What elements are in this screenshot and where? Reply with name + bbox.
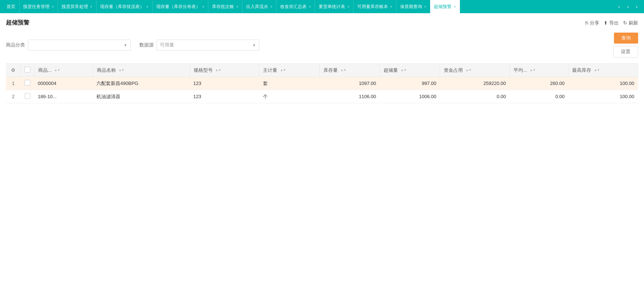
- row-checkbox[interactable]: [25, 93, 30, 99]
- cell-product-name: 六配套新昌490BPG: [93, 77, 190, 90]
- select-all-checkbox[interactable]: [25, 67, 30, 73]
- nav-tab-8-close[interactable]: ×: [347, 5, 350, 9]
- nav-tab-9-close[interactable]: ×: [390, 5, 392, 9]
- col-header-stock[interactable]: 库存量 ▲▼: [319, 64, 380, 77]
- sort-arrows-spec[interactable]: ▲▼: [215, 69, 221, 72]
- col-header-unit[interactable]: 主计量 ▲▼: [259, 64, 319, 77]
- category-chevron-icon: ▼: [124, 43, 127, 47]
- nav-tab-8[interactable]: 要货单统计表 ×: [315, 0, 354, 13]
- col-header-max-stock[interactable]: 最高库存 ▲▼: [568, 64, 638, 77]
- nav-next-button[interactable]: ›: [623, 0, 632, 13]
- nav-tab-6-close[interactable]: ×: [270, 5, 272, 9]
- col-header-settings[interactable]: ⚙: [6, 64, 21, 77]
- nav-tab-5[interactable]: 库存批次账 ×: [208, 0, 242, 13]
- nav-tab-11-label: 超储预警: [434, 4, 451, 10]
- nav-tab-10-close[interactable]: ×: [424, 5, 427, 9]
- nav-tab-1-close[interactable]: ×: [52, 5, 54, 9]
- category-select[interactable]: ▼: [28, 40, 131, 51]
- col-header-product-code-label: 商品...: [38, 67, 52, 73]
- sort-arrows-product-name[interactable]: ▲▼: [118, 69, 124, 72]
- page-header: 超储预警 ⎘ 分享 ⬆ 导出 ↻ 刷新: [6, 19, 638, 27]
- nav-tab-4-close[interactable]: ×: [202, 5, 205, 9]
- sort-arrows-avg[interactable]: ▲▼: [530, 69, 536, 72]
- col-header-capital[interactable]: 资金占用 ▲▼: [440, 64, 510, 77]
- row-checkbox-cell[interactable]: [21, 90, 34, 103]
- sort-arrows-max-stock[interactable]: ▲▼: [594, 69, 600, 72]
- nav-tab-home[interactable]: 首页: [3, 0, 19, 13]
- nav-tab-3-label: 现存量（库存状况表）: [100, 4, 144, 10]
- cell-stock: 1097.00: [319, 77, 380, 90]
- share-icon: ⎘: [585, 20, 588, 26]
- cell-product-code: 186-10...: [34, 90, 93, 103]
- datasource-select-value: 可用量: [160, 42, 174, 48]
- cell-max-stock: 100.00: [568, 90, 638, 103]
- sort-arrows-stock[interactable]: ▲▼: [340, 69, 346, 72]
- cell-avg: 0.00: [510, 90, 568, 103]
- nav-tab-1[interactable]: 拣货任务管理 ×: [19, 0, 58, 13]
- col-header-checkbox[interactable]: [21, 64, 34, 77]
- nav-tab-9[interactable]: 可用量库存账本 ×: [354, 0, 396, 13]
- sort-arrows-capital[interactable]: ▲▼: [466, 69, 472, 72]
- export-label: 导出: [609, 20, 619, 26]
- nav-tab-8-label: 要货单统计表: [319, 4, 345, 10]
- nav-tab-4-label: 现存量（库存分布表）: [156, 4, 200, 10]
- datasource-filter: 数据源 可用量 ▼: [139, 40, 259, 51]
- nav-tab-11[interactable]: 超储预警 ×: [430, 0, 460, 13]
- cell-unit: 个: [259, 90, 319, 103]
- col-header-unit-label: 主计量: [263, 67, 277, 73]
- datasource-chevron-icon: ▼: [252, 43, 256, 47]
- nav-tab-7-label: 收发存汇总表: [280, 4, 307, 10]
- col-header-avg-label: 平均...: [513, 67, 527, 73]
- sort-arrows-unit[interactable]: ▲▼: [280, 69, 286, 72]
- sort-arrows-product-code[interactable]: ▲▼: [54, 69, 60, 72]
- cell-avg: 260.00: [510, 77, 568, 90]
- nav-tab-6[interactable]: 出入库流水 ×: [242, 0, 277, 13]
- nav-tab-7[interactable]: 收发存汇总表 ×: [277, 0, 315, 13]
- col-header-stock-label: 库存量: [323, 67, 338, 73]
- nav-more-button[interactable]: ›: [632, 0, 641, 13]
- nav-tab-home-label: 首页: [7, 4, 15, 10]
- datasource-select[interactable]: 可用量 ▼: [157, 40, 259, 51]
- col-header-avg[interactable]: 平均... ▲▼: [510, 64, 568, 77]
- cell-overstock: 1006.00: [380, 90, 440, 103]
- nav-tab-4[interactable]: 现存量（库存分布表） ×: [153, 0, 209, 13]
- nav-tab-11-close[interactable]: ×: [454, 5, 456, 9]
- export-button[interactable]: ⬆ 导出: [604, 20, 619, 26]
- share-button[interactable]: ⎘ 分享: [585, 20, 599, 26]
- filter-row: 商品分类 ▼ 数据源 可用量 ▼ 查询 设置: [6, 33, 638, 58]
- category-filter: 商品分类 ▼: [6, 40, 131, 51]
- col-header-product-name[interactable]: 商品名称 ▲▼: [93, 64, 190, 77]
- col-header-product-name-label: 商品名称: [97, 67, 116, 73]
- cell-capital: 0.00: [440, 90, 510, 103]
- col-header-spec[interactable]: 规格型号 ▲▼: [190, 64, 259, 77]
- nav-tab-10[interactable]: 保质期查询 ×: [396, 0, 431, 13]
- nav-tab-7-close[interactable]: ×: [309, 5, 311, 9]
- nav-tab-9-label: 可用量库存账本: [357, 4, 388, 10]
- col-header-capital-label: 资金占用: [444, 67, 463, 73]
- nav-tab-3[interactable]: 现存量（库存状况表） ×: [96, 0, 153, 13]
- share-label: 分享: [590, 20, 599, 26]
- settings-button[interactable]: 设置: [613, 46, 638, 58]
- table-header-row: ⚙ 商品... ▲▼ 商品名称 ▲▼ 规格型号 ▲▼ 主计: [6, 64, 638, 77]
- nav-tab-2-close[interactable]: ×: [90, 5, 92, 9]
- nav-tab-2[interactable]: 拣货异常处理 ×: [58, 0, 96, 13]
- refresh-button[interactable]: ↻ 刷新: [623, 20, 638, 26]
- table-row[interactable]: 2 186-10... 机油滤清器 123 个 1106.00 1006.00 …: [6, 90, 638, 103]
- category-label: 商品分类: [6, 42, 25, 48]
- top-navigation: 首页 拣货任务管理 × 拣货异常处理 × 现存量（库存状况表） × 现存量（库存…: [0, 0, 644, 13]
- nav-tab-5-close[interactable]: ×: [236, 5, 238, 9]
- cell-max-stock: 100.00: [568, 77, 638, 90]
- cell-spec: 123: [190, 77, 259, 90]
- row-number: 1: [6, 77, 21, 90]
- row-checkbox-cell[interactable]: [21, 77, 34, 90]
- col-header-product-code[interactable]: 商品... ▲▼: [34, 64, 93, 77]
- query-button[interactable]: 查询: [614, 33, 638, 44]
- cell-spec: 123: [190, 90, 259, 103]
- nav-prev-button[interactable]: ‹: [615, 0, 623, 13]
- nav-tab-3-close[interactable]: ×: [146, 5, 149, 9]
- table-settings-icon[interactable]: ⚙: [11, 67, 15, 73]
- col-header-overstock[interactable]: 超储量 ▲▼: [380, 64, 440, 77]
- row-checkbox[interactable]: [25, 80, 30, 86]
- table-row[interactable]: 1 0000004 六配套新昌490BPG 123 套 1097.00 997.…: [6, 77, 638, 90]
- sort-arrows-overstock[interactable]: ▲▼: [401, 69, 407, 72]
